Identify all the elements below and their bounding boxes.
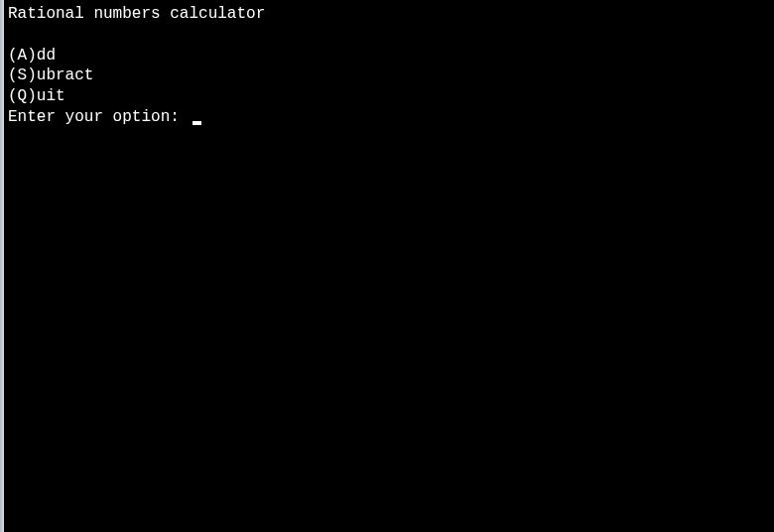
terminal-blank-line	[8, 25, 770, 46]
menu-option-subtract: (S)ubract	[8, 66, 770, 86]
menu-option-add: (A)dd	[8, 46, 770, 66]
terminal-title-line: Rational numbers calculator	[8, 4, 770, 25]
prompt-line[interactable]: Enter your option:	[8, 107, 770, 128]
cursor-icon	[193, 121, 201, 125]
terminal-window[interactable]: Rational numbers calculator (A)dd (S)ubr…	[4, 0, 774, 532]
prompt-text: Enter your option:	[8, 107, 189, 128]
menu-option-quit: (Q)uit	[8, 86, 770, 107]
